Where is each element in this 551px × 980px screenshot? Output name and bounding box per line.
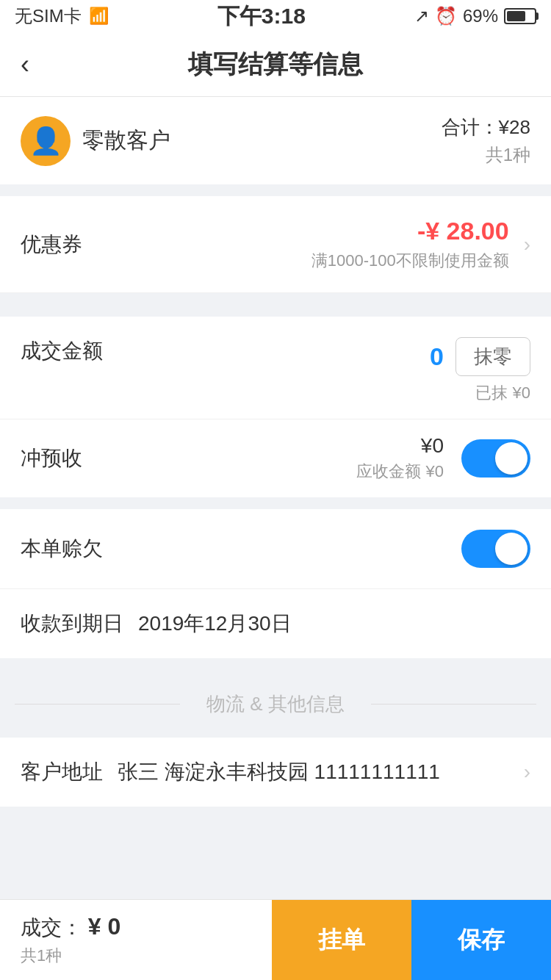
wifi-icon: 📶	[89, 7, 109, 26]
alarm-icon: ⏰	[435, 6, 457, 26]
prereceive-amount: ¥0	[356, 434, 444, 458]
bottom-bar: 成交： ¥ 0 共1种 挂单 保存	[0, 899, 551, 980]
amount-label: 成交金额	[21, 337, 103, 365]
page-title: 填写结算等信息	[188, 48, 363, 82]
status-time: 下午3:18	[217, 1, 306, 32]
main-content: 👤 零散客户 合计：¥28 共1种 优惠券 -¥ 28.00 满1000-100…	[0, 97, 551, 907]
bottom-count: 共1种	[21, 945, 251, 967]
amount-sub-text: 已抹 ¥0	[0, 382, 551, 419]
prereceive-row: 冲预收 ¥0 应收金额 ¥0	[0, 419, 551, 497]
prereceive-sub: 应收金额 ¥0	[356, 461, 444, 483]
address-label: 客户地址	[21, 758, 103, 786]
customer-right: 合计：¥28 共1种	[442, 115, 530, 167]
nav-bar: ‹ 填写结算等信息	[0, 32, 551, 97]
battery-icon	[504, 8, 536, 24]
customer-name: 零散客户	[82, 126, 170, 156]
battery-text: 69%	[463, 6, 498, 26]
coupon-desc: 满1000-100不限制使用金额	[311, 250, 509, 272]
prereceive-right: ¥0 应收金额 ¥0	[356, 434, 530, 483]
divider-2	[0, 497, 551, 509]
debt-label: 本单赊欠	[21, 535, 103, 563]
prereceive-label: 冲预收	[21, 444, 82, 472]
debt-section: 本单赊欠 收款到期日 2019年12月30日	[0, 509, 551, 658]
status-right: ↗ ⏰ 69%	[414, 6, 536, 26]
avatar-icon: 👤	[29, 126, 62, 156]
address-chevron: ›	[524, 760, 530, 784]
coupon-info: -¥ 28.00 满1000-100不限制使用金额	[311, 217, 509, 272]
prereceive-info: ¥0 应收金额 ¥0	[356, 434, 444, 483]
coupon-section: 优惠券 -¥ 28.00 满1000-100不限制使用金额 ›	[0, 196, 551, 293]
bottom-deal-row: 成交： ¥ 0	[21, 913, 251, 942]
status-left: 无SIM卡 📶	[15, 4, 109, 28]
customer-left: 👤 零散客户	[21, 116, 170, 166]
prereceive-toggle[interactable]	[461, 439, 530, 478]
total-count: 共1种	[442, 143, 530, 167]
address-row[interactable]: 客户地址 张三 海淀永丰科技园 11111111111 ›	[0, 738, 551, 807]
customer-row: 👤 零散客户 合计：¥28 共1种	[0, 97, 551, 184]
logistics-label: 物流 & 其他信息	[206, 691, 345, 717]
debt-row: 本单赊欠	[0, 509, 551, 588]
debt-toggle[interactable]	[461, 530, 530, 568]
duedate-label: 收款到期日	[21, 610, 123, 638]
amount-right-group: 0 抹零	[430, 337, 530, 376]
bottom-deal-amount: ¥ 0	[88, 913, 120, 940]
coupon-amount: -¥ 28.00	[311, 217, 509, 245]
avatar: 👤	[21, 116, 71, 166]
divider-line-left	[15, 704, 180, 705]
status-bar: 无SIM卡 📶 下午3:18 ↗ ⏰ 69%	[0, 0, 551, 32]
divider-3	[0, 670, 551, 682]
bottom-deal-label: 成交：	[21, 916, 82, 939]
address-section: 客户地址 张三 海淀永丰科技园 11111111111 ›	[0, 738, 551, 807]
back-button[interactable]: ‹	[21, 49, 29, 80]
save-button[interactable]: 保存	[411, 900, 551, 981]
coupon-label: 优惠券	[21, 231, 82, 259]
hold-button[interactable]: 挂单	[272, 900, 411, 981]
coupon-right-group: -¥ 28.00 满1000-100不限制使用金额 ›	[311, 217, 530, 272]
total-label: 合计：¥28	[442, 115, 530, 140]
bottom-info: 成交： ¥ 0 共1种	[0, 913, 272, 967]
coupon-chevron: ›	[524, 233, 530, 256]
logistics-divider: 物流 & 其他信息	[0, 682, 551, 726]
divider-1	[0, 305, 551, 317]
carrier-text: 无SIM卡	[15, 4, 82, 28]
battery-fill	[507, 11, 525, 21]
amount-row: 成交金额 0 抹零	[0, 317, 551, 382]
duedate-value: 2019年12月30日	[138, 610, 292, 638]
location-icon: ↗	[414, 6, 429, 26]
divider-line-right	[371, 704, 536, 705]
coupon-row[interactable]: 优惠券 -¥ 28.00 满1000-100不限制使用金额 ›	[0, 196, 551, 293]
amount-section: 成交金额 0 抹零 已抹 ¥0	[0, 317, 551, 419]
round-button[interactable]: 抹零	[455, 337, 530, 376]
amount-value: 0	[430, 342, 444, 371]
divider-4	[0, 726, 551, 738]
duedate-row: 收款到期日 2019年12月30日	[0, 588, 551, 658]
address-value: 张三 海淀永丰科技园 11111111111	[118, 758, 524, 786]
